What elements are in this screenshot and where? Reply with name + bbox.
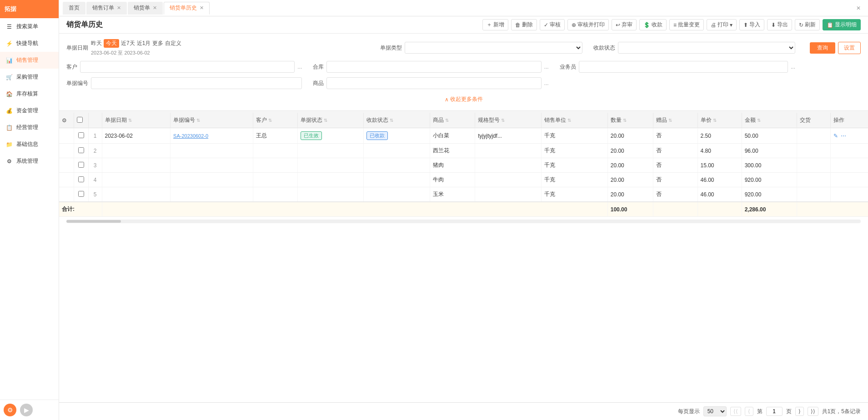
col-doc-status-sort[interactable]: ⇅ bbox=[324, 118, 327, 123]
filter-salesperson-ellipsis[interactable]: ... bbox=[791, 64, 795, 70]
col-spec-sort[interactable]: ⇅ bbox=[501, 118, 505, 123]
filter-docno-input[interactable] bbox=[91, 77, 302, 89]
page-input[interactable] bbox=[766, 407, 783, 416]
horizontal-scrollbar[interactable] bbox=[66, 220, 861, 223]
col-sales-unit-sort[interactable]: ⇅ bbox=[567, 118, 571, 123]
filter-doc-type-select[interactable] bbox=[405, 42, 582, 54]
col-doc-date-sort[interactable]: ⇅ bbox=[128, 118, 132, 123]
date-shortcut-today[interactable]: 今天 bbox=[104, 39, 119, 48]
doc-status-badge: 已生效 bbox=[301, 131, 322, 140]
sidebar-item-search-menu[interactable]: ☰ 搜索菜单 bbox=[0, 18, 59, 35]
filter-salesperson-input[interactable] bbox=[579, 61, 788, 73]
per-page-select[interactable]: 50 100 200 bbox=[703, 406, 727, 416]
abandon-button[interactable]: ↩ 弃审 bbox=[612, 19, 637, 30]
audit-print-button[interactable]: ⊕ 审核并打印 bbox=[567, 19, 609, 30]
row-doc-status: 已生效 bbox=[297, 128, 364, 144]
page-prev-btn[interactable]: ⟨ bbox=[745, 407, 753, 416]
config-icon[interactable]: ⚙ bbox=[62, 117, 67, 124]
row-trade bbox=[797, 158, 831, 173]
date-shortcut-7days[interactable]: 近7天 bbox=[121, 40, 135, 47]
filter-collapse-btn[interactable]: ∧ 收起更多条件 bbox=[66, 94, 861, 105]
col-collect-status-sort[interactable]: ⇅ bbox=[390, 118, 393, 123]
row-action bbox=[831, 187, 868, 202]
col-amount-sort[interactable]: ⇅ bbox=[757, 118, 761, 123]
date-shortcut-custom[interactable]: 自定义 bbox=[165, 40, 181, 47]
filter-customer-input[interactable] bbox=[80, 61, 295, 73]
tabs-close-all-btn[interactable]: ✕ bbox=[853, 5, 864, 11]
row-checkbox[interactable] bbox=[78, 176, 84, 182]
print-button[interactable]: 🖨 打印 ▾ bbox=[707, 19, 737, 30]
filter-goods-input[interactable] bbox=[326, 77, 541, 89]
sidebar-item-sales-mgmt[interactable]: 📊 销售管理 bbox=[0, 52, 59, 69]
batch-change-button[interactable]: ≡ 批量变更 bbox=[669, 19, 704, 30]
filter-collect-status-select[interactable] bbox=[618, 42, 795, 54]
date-shortcut-1month[interactable]: 近1月 bbox=[137, 40, 151, 47]
tab-sales-order-close[interactable]: ✕ bbox=[117, 5, 121, 11]
sidebar-item-basic-info[interactable]: 📁 基础信息 bbox=[0, 136, 59, 153]
col-customer-sort[interactable]: ⇅ bbox=[268, 118, 272, 123]
page-next-btn[interactable]: ⟩ bbox=[795, 407, 804, 416]
tab-sales-history[interactable]: 销货单历史 ✕ bbox=[164, 2, 210, 15]
row-gift: 否 bbox=[653, 187, 697, 202]
row-doc-status bbox=[297, 158, 364, 173]
tab-home[interactable]: 首页 bbox=[63, 2, 85, 15]
edit-btn[interactable]: ✎ bbox=[833, 133, 838, 139]
col-collect-status: 收款状态 ⇅ bbox=[364, 113, 430, 128]
col-unit-price-sort[interactable]: ⇅ bbox=[713, 118, 717, 123]
print-dropdown-icon: ▾ bbox=[730, 22, 733, 28]
more-btn[interactable]: ⋯ bbox=[841, 133, 846, 139]
sidebar-item-inventory-calc[interactable]: 🏠 库存核算 bbox=[0, 85, 59, 102]
refresh-button[interactable]: ↻ 刷新 bbox=[795, 19, 820, 30]
filter-warehouse-input[interactable] bbox=[326, 61, 541, 73]
filter-goods-ellipsis[interactable]: ... bbox=[544, 80, 549, 86]
tab-sales-history-close[interactable]: ✕ bbox=[200, 5, 204, 11]
col-gift-sort[interactable]: ⇅ bbox=[668, 118, 672, 123]
filter-warehouse-ellipsis[interactable]: ... bbox=[544, 64, 549, 70]
row-checkbox[interactable] bbox=[78, 191, 84, 197]
delete-label: 删除 bbox=[522, 21, 533, 29]
row-checkbox[interactable] bbox=[78, 162, 84, 168]
add-icon: ＋ bbox=[487, 21, 492, 29]
sidebar-settings-btn[interactable]: ⚙ bbox=[4, 404, 16, 416]
query-button[interactable]: 查询 bbox=[810, 42, 835, 54]
sidebar-item-operation-mgmt[interactable]: 📋 经营管理 bbox=[0, 119, 59, 136]
row-checkbox[interactable] bbox=[78, 147, 84, 153]
date-shortcut-more[interactable]: 更多 bbox=[152, 40, 163, 47]
row-collect-status: 已收款 bbox=[364, 128, 430, 144]
date-shortcut-yesterday[interactable]: 昨天 bbox=[91, 40, 102, 47]
show-detail-button[interactable]: 📋 显示明细 bbox=[823, 19, 861, 30]
col-config[interactable]: ⚙ bbox=[59, 113, 74, 128]
summary-label-cell: 合计: bbox=[59, 202, 102, 217]
sidebar-item-label: 采购管理 bbox=[16, 73, 38, 81]
tab-sales-goods[interactable]: 销货单 ✕ bbox=[128, 2, 163, 15]
row-doc-no: SA-20230602-0 bbox=[171, 128, 253, 144]
col-doc-no-sort[interactable]: ⇅ bbox=[196, 118, 200, 123]
filter-customer-ellipsis[interactable]: ... bbox=[297, 64, 302, 70]
doc-no-link[interactable]: SA-20230602-0 bbox=[173, 133, 208, 139]
row-num-cell: 2 bbox=[88, 144, 102, 158]
scrollbar-thumb[interactable] bbox=[66, 220, 121, 223]
row-unit-price: 46.00 bbox=[697, 173, 742, 187]
col-doc-status-label: 单据状态 bbox=[301, 116, 322, 124]
page-first-btn[interactable]: ⟨⟨ bbox=[730, 407, 741, 416]
import-button[interactable]: ⬆ 导入 bbox=[739, 19, 764, 30]
set-button[interactable]: 设置 bbox=[838, 42, 861, 54]
collect-button[interactable]: 💲 收款 bbox=[639, 19, 667, 30]
tab-sales-goods-close[interactable]: ✕ bbox=[153, 5, 157, 11]
add-button[interactable]: ＋ 新增 bbox=[482, 19, 508, 30]
export-button[interactable]: ⬇ 导出 bbox=[767, 19, 792, 30]
select-all-checkbox[interactable] bbox=[77, 117, 83, 123]
col-quantity-sort[interactable]: ⇅ bbox=[623, 118, 627, 123]
audit-button[interactable]: ✓ 审核 bbox=[540, 19, 565, 30]
collect-icon: 💲 bbox=[643, 22, 650, 28]
sidebar-item-system-mgmt[interactable]: ⚙ 系统管理 bbox=[0, 153, 59, 170]
sidebar-item-finance-mgmt[interactable]: 💰 资金管理 bbox=[0, 102, 59, 119]
sidebar-item-quick-nav[interactable]: ⚡ 快捷导航 bbox=[0, 35, 59, 52]
col-goods-sort[interactable]: ⇅ bbox=[445, 118, 449, 123]
row-checkbox[interactable] bbox=[78, 132, 84, 138]
sidebar-item-purchase-mgmt[interactable]: 🛒 采购管理 bbox=[0, 69, 59, 85]
tab-sales-order[interactable]: 销售订单 ✕ bbox=[86, 2, 127, 15]
sidebar-toggle-btn[interactable]: ▶ bbox=[20, 404, 33, 416]
page-last-btn[interactable]: ⟩⟩ bbox=[808, 407, 818, 416]
delete-button[interactable]: 🗑 删除 bbox=[511, 19, 537, 30]
